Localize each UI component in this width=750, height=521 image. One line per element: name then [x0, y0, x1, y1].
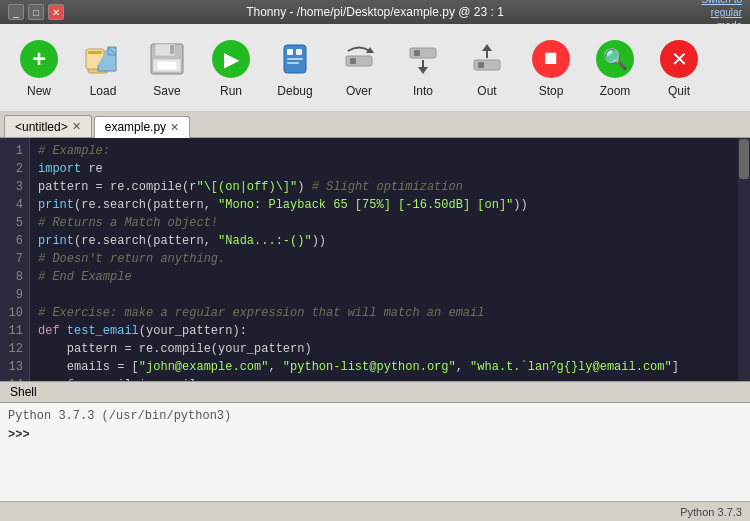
line-numbers: 12345 678910 1112131415 16171819	[0, 138, 30, 381]
tab-example-label: example.py	[105, 120, 166, 134]
tab-untitled-close[interactable]: ✕	[72, 120, 81, 133]
svg-rect-19	[474, 60, 500, 70]
svg-rect-10	[296, 49, 302, 55]
maximize-button[interactable]: □	[28, 4, 44, 20]
shell-area: Shell Python 3.7.3 (/usr/bin/python3) >>…	[0, 381, 750, 501]
over-icon	[338, 38, 380, 80]
debug-icon	[274, 38, 316, 80]
new-label: New	[27, 84, 51, 98]
load-button[interactable]: Load	[72, 30, 134, 106]
save-icon	[146, 38, 188, 80]
svg-rect-13	[346, 56, 372, 66]
shell-tab-label: Shell	[10, 385, 37, 399]
stop-label: Stop	[539, 84, 564, 98]
svg-marker-20	[482, 44, 492, 51]
svg-rect-16	[410, 48, 436, 58]
svg-marker-17	[418, 67, 428, 74]
stop-button[interactable]: ⏹ Stop	[520, 30, 582, 106]
out-icon	[466, 38, 508, 80]
svg-rect-11	[287, 58, 303, 60]
code-editor[interactable]: 12345 678910 1112131415 16171819 # Examp…	[0, 138, 750, 381]
tab-untitled-label: <untitled>	[15, 120, 68, 134]
svg-rect-15	[350, 58, 356, 64]
quit-label: Quit	[668, 84, 690, 98]
zoom-button[interactable]: 🔍 Zoom	[584, 30, 646, 106]
editor-scrollbar[interactable]	[738, 138, 750, 381]
close-button[interactable]: ✕	[48, 4, 64, 20]
main-area: 12345 678910 1112131415 16171819 # Examp…	[0, 138, 750, 501]
title-bar: _ □ ✕ Thonny - /home/pi/Desktop/example.…	[0, 0, 750, 24]
tab-example-close[interactable]: ✕	[170, 121, 179, 134]
svg-rect-18	[414, 50, 420, 56]
zoom-icon: 🔍	[594, 38, 636, 80]
shell-version: Python 3.7.3 (/usr/bin/python3)	[8, 407, 742, 426]
svg-rect-12	[287, 62, 299, 64]
into-button[interactable]: Into	[392, 30, 454, 106]
save-button[interactable]: Save	[136, 30, 198, 106]
save-label: Save	[153, 84, 180, 98]
shell-prompt: >>>	[8, 426, 742, 445]
tabs: <untitled> ✕ example.py ✕	[0, 112, 750, 138]
tab-example[interactable]: example.py ✕	[94, 116, 190, 138]
minimize-button[interactable]: _	[8, 4, 24, 20]
new-icon: +	[18, 38, 60, 80]
into-icon	[402, 38, 444, 80]
zoom-label: Zoom	[600, 84, 631, 98]
scrollbar-thumb[interactable]	[739, 139, 749, 179]
out-button[interactable]: Out	[456, 30, 518, 106]
svg-rect-21	[478, 62, 484, 68]
stop-icon: ⏹	[530, 38, 572, 80]
toolbar: + New Load Save	[0, 24, 750, 112]
svg-rect-7	[157, 61, 177, 70]
debug-label: Debug	[277, 84, 312, 98]
svg-rect-2	[88, 51, 102, 54]
load-icon	[82, 38, 124, 80]
over-button[interactable]: Over	[328, 30, 390, 106]
out-label: Out	[477, 84, 496, 98]
load-label: Load	[90, 84, 117, 98]
shell-content[interactable]: Python 3.7.3 (/usr/bin/python3) >>>	[0, 403, 750, 501]
tab-untitled[interactable]: <untitled> ✕	[4, 115, 92, 137]
into-label: Into	[413, 84, 433, 98]
window-title: Thonny - /home/pi/Desktop/example.py @ 2…	[88, 5, 662, 19]
quit-icon: ✕	[658, 38, 700, 80]
svg-rect-9	[287, 49, 293, 55]
shell-tab[interactable]: Shell	[0, 381, 750, 403]
over-label: Over	[346, 84, 372, 98]
code-text[interactable]: # Example: import re pattern = re.compil…	[30, 138, 738, 381]
debug-button[interactable]: Debug	[264, 30, 326, 106]
new-button[interactable]: + New	[8, 30, 70, 106]
status-bar: Python 3.7.3	[0, 501, 750, 521]
run-button[interactable]: ▶ Run	[200, 30, 262, 106]
status-text: Python 3.7.3	[680, 506, 742, 518]
quit-button[interactable]: ✕ Quit	[648, 30, 710, 106]
run-label: Run	[220, 84, 242, 98]
svg-rect-5	[170, 45, 174, 54]
run-icon: ▶	[210, 38, 252, 80]
